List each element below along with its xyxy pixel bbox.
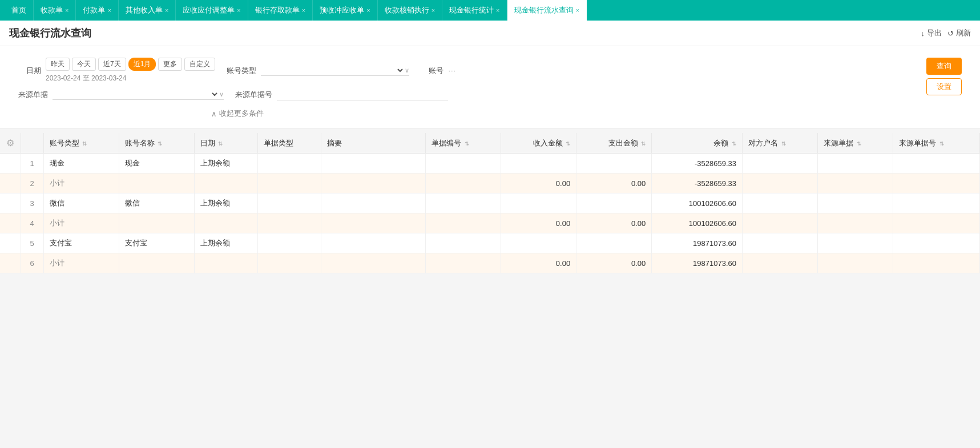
table-col-doc-no[interactable]: 单据编号 ⇅ xyxy=(426,133,501,154)
table-cell: 上期余额 xyxy=(194,193,257,213)
nav-close-bank-deposit[interactable]: × xyxy=(302,7,305,14)
table-cell xyxy=(818,154,893,173)
settings-button[interactable]: 设置 xyxy=(926,78,962,95)
table-col-settings[interactable]: ⚙ xyxy=(0,133,21,154)
table-cell: 支付宝 xyxy=(43,233,119,253)
table-cell xyxy=(426,193,501,213)
table-col-source-doc[interactable]: 来源单据 ⇅ xyxy=(818,133,893,154)
table-cell xyxy=(321,233,426,253)
table-cell xyxy=(0,154,21,173)
table-cell: 小计 xyxy=(43,213,119,233)
source-doc-select-wrapper[interactable]: ∨ xyxy=(53,90,224,100)
table-col-account-type[interactable]: 账号类型 ⇅ xyxy=(43,133,119,154)
table-cell: 19871073.60 xyxy=(652,253,743,273)
nav-ar-ap-adjust[interactable]: 应收应付调整单 × xyxy=(176,0,248,21)
table-col-source-doc-no[interactable]: 来源单据号 ⇅ xyxy=(893,133,980,154)
sort-icon-date: ⇅ xyxy=(218,140,223,147)
table-cell xyxy=(818,233,893,253)
sort-icon-account-type: ⇅ xyxy=(82,140,87,147)
table-cell xyxy=(742,154,817,173)
date-label: 日期 xyxy=(18,66,41,76)
date-btn-yesterday[interactable]: 昨天 xyxy=(46,58,70,71)
nav-close-ar-ap-adjust[interactable]: × xyxy=(237,7,240,14)
date-btn-7days[interactable]: 近7天 xyxy=(98,58,126,71)
account-type-label: 账号类型 xyxy=(227,66,256,76)
nav-other-income[interactable]: 其他收入单 × xyxy=(119,0,176,21)
source-doc-no-input[interactable] xyxy=(277,89,448,100)
nav-close-payment[interactable]: × xyxy=(107,7,111,14)
table-cell xyxy=(501,154,576,173)
table-cell: 100102606.60 xyxy=(652,193,743,213)
table-cell xyxy=(576,193,652,213)
table-col-counterparty[interactable]: 对方户名 ⇅ xyxy=(742,133,817,154)
table-cell: 100102606.60 xyxy=(652,213,743,233)
date-btn-today[interactable]: 今天 xyxy=(72,58,96,71)
table-cell xyxy=(426,154,501,173)
table-cell: 支付宝 xyxy=(119,233,194,253)
table-col-balance[interactable]: 余额 ⇅ xyxy=(652,133,743,154)
table-cell xyxy=(119,173,194,193)
table-cell: 现金 xyxy=(119,154,194,173)
nav-home[interactable]: 首页 xyxy=(5,0,34,21)
table-cell: 1 xyxy=(21,154,43,173)
export-button[interactable]: ↓ 导出 xyxy=(921,28,942,38)
table-cell xyxy=(742,213,817,233)
table-cell: 0.00 xyxy=(576,173,652,193)
table-cell: 0.00 xyxy=(501,213,576,233)
date-btn-1month[interactable]: 近1月 xyxy=(128,58,156,71)
account-type-select-wrapper[interactable]: ∨ xyxy=(261,66,409,76)
table-col-expense[interactable]: 支出金额 ⇅ xyxy=(576,133,652,154)
source-doc-select[interactable] xyxy=(53,90,219,99)
right-action-btns: 查询 设置 xyxy=(926,58,962,95)
sort-icon-counterparty: ⇅ xyxy=(781,140,786,147)
nav-payment[interactable]: 付款单 × xyxy=(76,0,118,21)
table-cell xyxy=(119,213,194,233)
table-cell: 19871073.60 xyxy=(652,233,743,253)
table-cell xyxy=(818,193,893,213)
table-cell xyxy=(321,213,426,233)
nav-cash-bank-flow[interactable]: 现金银行流水查询 × xyxy=(507,0,587,21)
table-cell xyxy=(321,173,426,193)
query-button[interactable]: 查询 xyxy=(926,58,962,75)
nav-close-other-income[interactable]: × xyxy=(165,7,168,14)
nav-bank-deposit[interactable]: 银行存取款单 × xyxy=(248,0,313,21)
nav-close-receipt[interactable]: × xyxy=(65,7,68,14)
sort-icon-expense: ⇅ xyxy=(641,140,646,147)
table-cell xyxy=(321,154,426,173)
table-cell: -3528659.33 xyxy=(652,154,743,173)
sort-icon-income: ⇅ xyxy=(566,140,570,147)
table-col-account-name[interactable]: 账号名称 ⇅ xyxy=(119,133,194,154)
page-header: 现金银行流水查询 ↓ 导出 ↺ 刷新 xyxy=(0,21,980,46)
nav-close-cash-bank-stat[interactable]: × xyxy=(496,7,499,14)
date-btn-custom[interactable]: 自定义 xyxy=(184,58,215,71)
nav-cash-bank-stat[interactable]: 现金银行统计 × xyxy=(442,0,507,21)
nav-advance-offset[interactable]: 预收冲应收单 × xyxy=(313,0,377,21)
table-cell xyxy=(501,193,576,213)
table-cell xyxy=(426,253,501,273)
table-col-income[interactable]: 收入金额 ⇅ xyxy=(501,133,576,154)
table-cell: 现金 xyxy=(43,154,119,173)
table-cell xyxy=(0,193,21,213)
nav-close-receipt-verify[interactable]: × xyxy=(431,7,435,14)
table-cell: 6 xyxy=(21,253,43,273)
nav-receipt-verify[interactable]: 收款核销执行 × xyxy=(378,0,442,21)
nav-close-advance-offset[interactable]: × xyxy=(366,7,370,14)
gear-icon[interactable]: ⚙ xyxy=(6,138,14,148)
account-type-select[interactable] xyxy=(261,66,405,75)
table-cell xyxy=(576,154,652,173)
refresh-button[interactable]: ↺ 刷新 xyxy=(947,28,971,38)
table-cell xyxy=(893,213,980,233)
nav-receipt[interactable]: 收款单 × xyxy=(34,0,76,21)
account-ellipsis-btn[interactable]: ··· xyxy=(448,66,456,75)
table-cell xyxy=(257,154,321,173)
table-cell xyxy=(893,253,980,273)
table-cell xyxy=(893,233,980,253)
source-doc-no-label: 来源单据号 xyxy=(235,90,272,100)
table-col-date[interactable]: 日期 ⇅ xyxy=(194,133,257,154)
table-cell xyxy=(194,173,257,193)
nav-close-cash-bank-flow[interactable]: × xyxy=(576,7,579,14)
collapse-btn[interactable]: ∧ 收起更多条件 xyxy=(18,106,456,121)
date-btn-more[interactable]: 更多 xyxy=(158,58,182,71)
table-cell: 微信 xyxy=(43,193,119,213)
table-cell xyxy=(257,213,321,233)
